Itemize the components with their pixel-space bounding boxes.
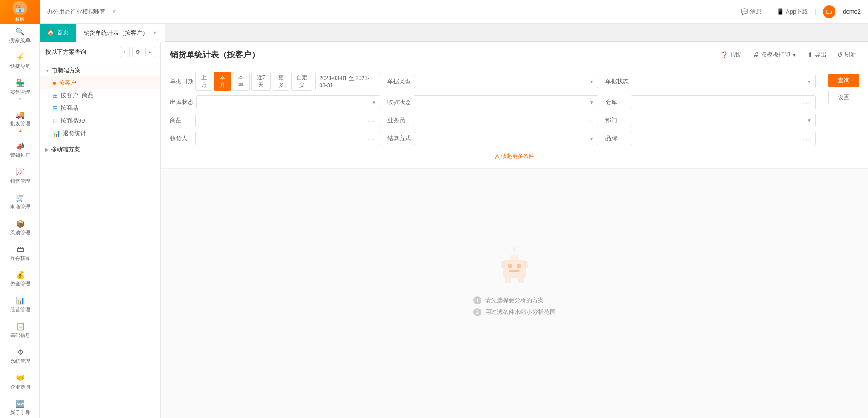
newuser-icon: 🆕 [16,399,25,408]
date-7days-btn[interactable]: 近7天 [251,72,271,91]
doctype-select-arrow: ▼ [590,79,594,84]
sidebar-item-finance[interactable]: 💰 资金管理 [0,266,39,292]
sidebar-item-inventory[interactable]: 🗃 库存核算 [0,241,39,266]
brand-dots: ··· [803,135,811,142]
outstatus-select[interactable]: ▼ [196,95,380,109]
sidebar-item-sales[interactable]: 📈 销售管理 [0,163,39,189]
tree-item-by-product[interactable]: ⊟ 按商品 [40,102,160,114]
sidebar-item-newuser[interactable]: 🆕 新手引导 [0,395,39,418]
recipient-select[interactable]: ··· [195,132,380,145]
print-dropdown-icon: ▼ [792,52,797,57]
date-more-btn[interactable]: 更多 [273,72,289,91]
sidebar-item-purchase[interactable]: 📦 采购管理 [0,215,39,241]
tree-item-by-product99[interactable]: ⊟ 按商品99 [40,114,160,127]
collapse-up-icon: ⋀ [495,153,500,160]
warehouse-select[interactable]: ··· [631,95,816,109]
add-scheme-button[interactable]: + [120,47,130,57]
department-select[interactable]: ▼ [631,114,816,127]
home-icon: 🏠 [47,29,54,36]
quicknav-icon: ⚡ [16,53,25,62]
docstatus-filter-label: 单据状态 [605,77,629,86]
tree-item-product99-icon: ⊟ [52,117,58,124]
brand-select[interactable]: ··· [631,132,816,145]
filter-row-1: 单据日期 上月 本月 本年 近7天 更多 自定义 2023-03-01 至 20… [170,72,859,91]
sidebar-item-system[interactable]: ⚙ 系统管理 [0,343,39,369]
date-filter-label: 单据日期 [170,77,193,86]
left-panel: 按以下方案查询 + ⚙ « ▼ 电脑端方案 ● 按客户 [40,42,161,418]
date-this-year-btn[interactable]: 本年 [233,72,250,91]
user-avatar[interactable]: Ea [823,5,835,18]
settings-button[interactable]: 设置 [828,90,859,104]
top-header: 办公用品行业模拟账套 ▼ 💬 消息 📱 App下载 Ea demo2 [40,0,868,24]
paymentstatus-select[interactable]: ▼ [414,95,598,109]
tab-minimize-button[interactable]: — [839,27,850,38]
empty-tip-2: 2 用过滤条件来缩小分析范围 [473,308,556,316]
tab-sales-stats[interactable]: 销货单统计表（按客户） ✕ [76,24,165,42]
paymentstatus-filter-label: 收款状态 [387,98,411,106]
tree-group-desktop: ▼ 电脑端方案 ● 按客户 ⊞ 按客户+商品 ⊟ 按商品 [40,63,160,142]
left-panel-title: 按以下方案查询 [45,48,86,56]
salesperson-select[interactable]: ··· [413,114,598,127]
product-select[interactable]: ··· [195,114,380,127]
sidebar-item-wholesale[interactable]: 🚚 批发管理 ▲ [0,106,39,138]
settlement-select[interactable]: ▼ [414,132,598,145]
retail-icon: 🏪 [16,79,25,87]
sidebar-item-basic[interactable]: 📋 基础信息 [0,318,39,343]
search-menu-button[interactable]: 🔍 搜索菜单 [9,27,31,44]
date-this-month-btn[interactable]: 本月 [214,72,231,91]
sidebar-item-enterprise[interactable]: 🤝 企业协同 [0,369,39,395]
breadcrumb-dropdown-icon[interactable]: ▼ [111,8,117,15]
collapse-filters-button[interactable]: ⋀ 收起更多条件 [170,150,859,163]
sidebar-search-section: 🔍 搜索菜单 [0,24,39,48]
app-download-button[interactable]: 📱 App下载 [777,8,808,16]
tab-close-button[interactable]: ✕ [153,30,157,36]
settlement-filter-label: 结算方式 [387,134,411,142]
tip-num-2: 2 [473,308,481,316]
date-range-display[interactable]: 2023-03-01 至 2023-03-31 [315,73,380,90]
filter-row-2: 出库状态 ▼ 收款状态 ▼ [170,95,859,109]
tree-item-by-customer[interactable]: ● 按客户 [40,76,160,89]
product-dots: ··· [368,117,375,124]
export-button[interactable]: ⬆ 导出 [805,49,829,61]
sidebar-item-operations[interactable]: 📊 经营管理 [0,292,39,318]
tree-group-desktop-label[interactable]: ▼ 电脑端方案 [40,65,160,76]
department-filter-label: 部门 [605,116,628,124]
docstatus-select[interactable]: ▼ [632,75,816,88]
doctype-select[interactable]: ▼ [414,75,598,88]
brand-filter-label: 品牌 [605,134,628,142]
wholesale-icon: 🚚 [16,110,25,119]
header-actions: 💬 消息 📱 App下载 Ea demo2 [741,5,861,18]
template-print-button[interactable]: 🖨 按模板打印 ▼ [750,49,799,61]
tab-maximize-button[interactable]: ⛶ [854,27,864,38]
filter-section: 单据日期 上月 本月 本年 近7天 更多 自定义 2023-03-01 至 20… [161,66,868,169]
sidebar-item-retail[interactable]: 🏪 零售管理 ▼ [0,74,39,106]
tree-item-return-icon: 📊 [52,130,60,137]
right-content: 销货单统计表（按客户） ❓ 帮助 🖨 按模板打印 ▼ ⬆ 导出 [161,42,868,418]
tree-item-by-customer-product[interactable]: ⊞ 按客户+商品 [40,89,160,102]
sidebar-item-ecommerce[interactable]: 🛒 电商管理 [0,189,39,215]
date-last-month-btn[interactable]: 上月 [195,72,212,91]
query-button[interactable]: 查询 [828,74,859,87]
empty-tip-1: 1 请先选择要分析的方案 [473,296,556,304]
refresh-button[interactable]: ↺ 刷新 [835,49,859,61]
tree-group-mobile-arrow: ▶ [45,147,49,152]
sidebar-item-marketing[interactable]: 📣 营销推广 [0,138,39,163]
collapse-panel-button[interactable]: « [145,47,155,57]
empty-state-icon [492,244,537,289]
doctype-filter-col: 单据类型 ▼ [387,75,598,88]
tree-group-mobile-label[interactable]: ▶ 移动端方案 [40,143,160,155]
help-button[interactable]: ❓ 帮助 [718,49,745,61]
tree-item-customer-icon: ● [52,79,56,86]
app-logo[interactable]: 🏪 标版 [0,0,40,24]
system-icon: ⚙ [17,348,24,356]
settings-scheme-button[interactable]: ⚙ [132,47,142,57]
tree-item-return-stats[interactable]: 📊 退货统计 [40,127,160,140]
message-button[interactable]: 💬 消息 [741,8,762,16]
user-label[interactable]: demo2 [843,8,861,15]
warehouse-filter-col: 仓库 ··· [605,95,816,109]
sidebar-item-quicknav[interactable]: ⚡ 快捷导航 [0,48,39,74]
tab-home[interactable]: 🏠 首页 [40,24,76,42]
settlement-filter-col: 结算方式 ▼ [387,132,598,145]
date-custom-btn[interactable]: 自定义 [291,72,312,91]
salesperson-filter-label: 业务员 [387,116,410,124]
